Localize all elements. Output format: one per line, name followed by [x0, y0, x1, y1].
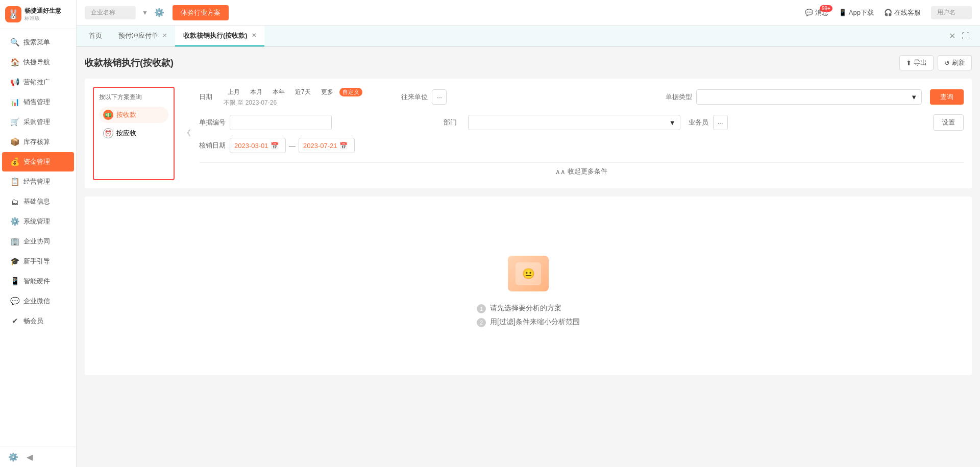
purchase-icon: 🛒 — [10, 117, 19, 127]
message-icon: 💬 — [805, 9, 813, 16]
dept-select[interactable]: ▼ — [468, 115, 680, 130]
tab-home[interactable]: 首页 — [81, 26, 110, 46]
content: 收款核销执行(按收款) ⬆ 导出 ↺ 刷新 按以下方案查询 💵 按收款 — [77, 47, 980, 467]
tab-prepay[interactable]: 预付冲应付单 ✕ — [110, 26, 175, 46]
collapse-more-button[interactable]: ∧∧ 收起更多条件 — [199, 162, 964, 180]
sidebar-item-hardware-label: 智能硬件 — [23, 277, 50, 286]
empty-hint-1: 1 请先选择要分析的方案 — [477, 304, 580, 313]
online-service-button[interactable]: 🎧 在线客服 — [884, 8, 921, 17]
verify-date-from[interactable]: 2023-03-01 📅 — [230, 138, 286, 153]
sidebar-item-hardware[interactable]: 📱 智能硬件 — [2, 272, 74, 291]
sidebar-item-inventory-label: 库存核算 — [23, 137, 50, 146]
date-range-display: 不限 至 2023-07-26 — [224, 99, 362, 107]
settings-button[interactable]: 设置 — [933, 114, 964, 131]
tab-receivable[interactable]: 收款核销执行(按收款) ✕ — [175, 26, 264, 46]
sidebar-item-wechat-label: 企业微信 — [23, 297, 50, 306]
export-button[interactable]: ⬆ 导出 — [899, 55, 934, 70]
doc-type-field: 单据类型 ▼ — [666, 89, 922, 105]
doc-type-select[interactable]: ▼ — [696, 89, 922, 105]
date-tab-thisyear[interactable]: 本年 — [268, 87, 289, 97]
sidebar-item-search[interactable]: 🔍 搜索菜单 — [2, 33, 74, 52]
system-icon: ⚙️ — [10, 217, 19, 226]
sidebar-item-vip-label: 畅会员 — [23, 316, 43, 326]
filter-row-1: 日期 上月 本月 本年 近7天 更多 自定义 不限 至 2023-07-26 — [199, 87, 964, 107]
staff-input[interactable]: ··· — [713, 115, 728, 130]
partner-field: 往来单位 ··· — [401, 89, 657, 105]
app-download-button[interactable]: 📱 App下载 — [839, 8, 874, 17]
collapse-sidebar-icon[interactable]: ◀ — [27, 452, 33, 462]
sidebar-item-basic[interactable]: 🗂 基础信息 — [2, 192, 74, 211]
filter-option-by-receivable[interactable]: ⏰ 按应收 — [99, 125, 168, 141]
tab-expand-button[interactable]: ⛶ — [960, 30, 972, 43]
topbar-chevron-icon[interactable]: ▼ — [142, 9, 148, 16]
enterprise-icon: 🏢 — [10, 237, 19, 246]
management-icon: 📋 — [10, 177, 19, 186]
filter-option-receivable-label: 按应收 — [116, 129, 136, 138]
message-badge: 99+ — [820, 5, 832, 12]
home-icon: 🏠 — [10, 58, 19, 67]
filter-row-3: 核销日期 2023-03-01 📅 — 2023-07-21 📅 — [199, 138, 964, 153]
tab-receivable-label: 收款核销执行(按收款) — [183, 31, 248, 40]
solution-button[interactable]: 体验行业方案 — [173, 5, 229, 20]
date-tab-7days[interactable]: 近7天 — [291, 87, 315, 97]
sidebar-item-basic-label: 基础信息 — [23, 197, 50, 206]
filter-collapse-button[interactable]: 《 — [183, 128, 191, 139]
refresh-button[interactable]: ↺ 刷新 — [938, 55, 972, 70]
marketing-icon: 📢 — [10, 78, 19, 87]
sidebar-item-system-label: 系统管理 — [23, 217, 50, 226]
sidebar-item-vip[interactable]: ✔ 畅会员 — [2, 311, 74, 331]
vip-icon: ✔ — [10, 316, 19, 326]
sidebar-item-purchase[interactable]: 🛒 采购管理 — [2, 112, 74, 132]
empty-box: 😐 — [508, 256, 549, 291]
inventory-icon: 📦 — [10, 137, 19, 146]
sidebar-item-guide-label: 新手引导 — [23, 257, 50, 266]
tab-close-button[interactable]: ✕ — [947, 29, 958, 43]
empty-state: 😐 1 请先选择要分析的方案 2 用[过滤]条件来缩小分析范围 — [85, 196, 972, 375]
select-chevron-icon: ▼ — [911, 93, 917, 101]
date-custom-tag[interactable]: 自定义 — [339, 88, 362, 96]
tab-prepay-close-icon[interactable]: ✕ — [162, 32, 167, 39]
filter-option-by-receipt[interactable]: 💵 按收款 — [99, 107, 168, 123]
tabbar: 首页 预付冲应付单 ✕ 收款核销执行(按收款) ✕ ✕ ⛶ — [77, 26, 980, 47]
main-area: 企业名称 ▼ ⚙️ 体验行业方案 💬 消息 99+ 📱 App下载 🎧 在线客服… — [77, 0, 980, 467]
message-button[interactable]: 💬 消息 99+ — [805, 8, 828, 17]
sidebar-item-finance[interactable]: 💰 资金管理 — [2, 152, 74, 171]
sidebar-item-wechat[interactable]: 💬 企业微信 — [2, 291, 74, 311]
sidebar-logo: 🐰 畅捷通好生意 标准版 — [0, 0, 76, 29]
refresh-icon: ↺ — [944, 59, 950, 67]
empty-hint-2: 2 用[过滤]条件来缩小分析范围 — [477, 317, 580, 327]
calendar-to-icon: 📅 — [339, 142, 348, 150]
calendar-from-icon: 📅 — [271, 142, 279, 150]
sidebar-item-sales[interactable]: 📊 销售管理 — [2, 92, 74, 112]
sidebar-item-marketing[interactable]: 📢 营销推广 — [2, 72, 74, 92]
sidebar-footer: ⚙️ ◀ — [0, 447, 76, 467]
date-tab-more[interactable]: 更多 — [317, 87, 337, 97]
sidebar-item-management-label: 经营管理 — [23, 177, 50, 186]
staff-label: 业务员 — [689, 118, 709, 127]
query-button[interactable]: 查询 — [930, 89, 964, 105]
verify-date-range: 2023-03-01 📅 — 2023-07-21 📅 — [230, 138, 355, 153]
filter-fields: 日期 上月 本月 本年 近7天 更多 自定义 不限 至 2023-07-26 — [199, 87, 964, 180]
date-field: 日期 上月 本月 本年 近7天 更多 自定义 不限 至 2023-07-26 — [199, 87, 393, 107]
logo-icon: 🐰 — [5, 6, 21, 22]
sidebar-item-inventory[interactable]: 📦 库存核算 — [2, 132, 74, 152]
sidebar-item-quicknav[interactable]: 🏠 快捷导航 — [2, 53, 74, 72]
verify-date-to[interactable]: 2023-07-21 📅 — [299, 138, 355, 153]
doc-no-input[interactable] — [230, 115, 332, 130]
dept-label: 部门 — [444, 118, 464, 127]
sidebar-item-guide[interactable]: 🎓 新手引导 — [2, 252, 74, 271]
empty-face: 😐 — [516, 262, 541, 285]
sidebar-item-management[interactable]: 📋 经营管理 — [2, 172, 74, 191]
tab-receivable-close-icon[interactable]: ✕ — [252, 32, 256, 39]
settings-footer-icon[interactable]: ⚙️ — [8, 452, 18, 462]
date-tab-lastmonth[interactable]: 上月 — [224, 87, 244, 97]
collapse-up-icon: ∧∧ — [555, 168, 566, 176]
doc-no-label: 单据编号 — [199, 118, 226, 127]
topbar-gear-icon[interactable]: ⚙️ — [154, 8, 164, 17]
staff-field: 业务员 ··· — [689, 115, 925, 130]
sidebar-item-system[interactable]: ⚙️ 系统管理 — [2, 212, 74, 231]
partner-input[interactable]: ··· — [432, 89, 447, 105]
user-menu[interactable]: 用户名 — [931, 6, 972, 19]
date-tab-thismonth[interactable]: 本月 — [246, 87, 266, 97]
sidebar-item-enterprise[interactable]: 🏢 企业协同 — [2, 232, 74, 251]
